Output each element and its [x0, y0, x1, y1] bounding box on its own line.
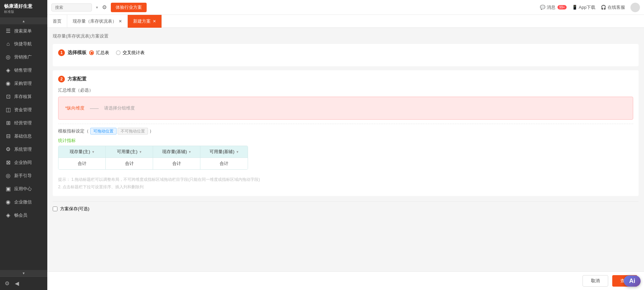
quick-nav-icon: ⌂ — [5, 41, 11, 47]
col-dropdown-icon-0[interactable]: ▾ — [92, 150, 94, 154]
sidebar-scroll-down[interactable]: ▼ — [0, 270, 47, 276]
stats-col-header-label-2: 现存量(基辅) — [162, 149, 187, 155]
dimension-placeholder: 请选择分组维度 — [104, 105, 135, 111]
tab-new-scheme[interactable]: 新建方案 ✕ — [128, 15, 162, 28]
purchase-icon: ◉ — [5, 80, 11, 87]
sidebar-item-label: 采购管理 — [14, 80, 32, 87]
stats-col-header-1[interactable]: 可用量(主) ▾ — [106, 146, 153, 158]
action-bar: 取消 查询 — [47, 271, 644, 290]
stats-col-header-0[interactable]: 现存量(主) ▾ — [58, 146, 105, 158]
stats-col-header-3[interactable]: 可用量(基辅) ▾ — [200, 146, 248, 158]
tab-home-label: 首页 — [53, 18, 61, 24]
online-service-item[interactable]: 🎧 在线客服 — [601, 4, 625, 10]
sidebar: 畅康通好生意 标准版 ▲ ☰ 搜索菜单 ⌂ 快捷导航 ◎ 营销推广 ◈ 销售管理… — [0, 0, 47, 290]
stats-col-body-1: 合计 — [106, 158, 153, 169]
sidebar-item-system[interactable]: ⚙ 系统管理 — [0, 143, 47, 156]
operations-icon: ⊞ — [5, 120, 11, 126]
message-item[interactable]: 💬 消息 99+ — [540, 4, 567, 10]
tab-inventory-status-close-icon[interactable]: ✕ — [119, 19, 122, 24]
col-dropdown-icon-1[interactable]: ▾ — [140, 150, 142, 154]
sidebar-item-marketing[interactable]: ◎ 营销推广 — [0, 50, 47, 64]
dimension-box[interactable]: *纵向维度 —— 请选择分组维度 — [58, 97, 633, 120]
message-badge: 99+ — [558, 5, 567, 9]
sales-icon: ◈ — [5, 67, 11, 73]
search-chevron-icon[interactable]: ▾ — [96, 5, 98, 10]
sidebar-item-purchase[interactable]: ◉ 采购管理 — [0, 77, 47, 90]
search-input[interactable] — [51, 3, 92, 11]
avatar[interactable] — [630, 3, 640, 12]
message-icon: 💬 — [540, 5, 545, 10]
sidebar-item-quick-nav[interactable]: ⌂ 快捷导航 — [0, 38, 47, 50]
inventory-icon: ⊡ — [5, 93, 11, 100]
section-divider — [58, 124, 633, 124]
sidebar-item-label: 营销推广 — [14, 54, 32, 60]
sidebar-item-company[interactable]: ⊠ 企业协同 — [0, 156, 47, 169]
topbar: ▾ ⚙ 体验行业方案 💬 消息 99+ 📱 App下载 🎧 在线客服 — [47, 0, 644, 15]
template-radio-group: 汇总表 交叉统计表 — [89, 50, 145, 56]
tab-inventory-status[interactable]: 现存量（库存状况表） ✕ — [67, 15, 128, 28]
app-subtitle: 标准版 — [4, 9, 43, 14]
experience-btn[interactable]: 体验行业方案 — [111, 3, 147, 12]
step1-title: 选择模板 — [68, 50, 86, 56]
sidebar-item-label: 库存核算 — [14, 94, 32, 100]
sidebar-item-inventory[interactable]: ⊡ 库存核算 — [0, 90, 47, 103]
page-title: 现存量(库存状况表)方案设置 — [53, 33, 639, 39]
step2-title: 方案配置 — [68, 76, 86, 82]
save-scheme-checkbox[interactable] — [53, 207, 57, 211]
cancel-button[interactable]: 取消 — [583, 275, 608, 287]
dimension-label: 汇总维度（必选） — [58, 87, 633, 93]
sidebar-item-app-center[interactable]: ▣ 应用中心 — [0, 182, 47, 195]
app-logo: 畅康通好生意 标准版 — [0, 0, 47, 18]
app-center-icon: ▣ — [5, 186, 11, 192]
sidebar-item-label: 企业协同 — [14, 160, 32, 166]
sidebar-footer: ⚙ ◀ — [0, 276, 47, 290]
draggable-badge: 可拖动位置 — [90, 128, 117, 135]
sidebar-item-basic-info[interactable]: ⊟ 基础信息 — [0, 129, 47, 143]
sidebar-item-label: 企业微信 — [14, 199, 32, 205]
sidebar-item-finance[interactable]: ◫ 资金管理 — [0, 103, 47, 116]
ai-float-button[interactable]: Ai — [624, 275, 641, 287]
tab-inventory-status-label: 现存量（库存状况表） — [73, 18, 117, 24]
col-dropdown-icon-3[interactable]: ▾ — [237, 150, 239, 154]
stats-col-header-2[interactable]: 现存量(基辅) ▾ — [153, 146, 200, 158]
save-scheme-label: 方案保存(可选) — [60, 206, 90, 212]
settings-gear-icon[interactable]: ⚙ — [102, 4, 107, 10]
sidebar-item-label: 经营管理 — [14, 120, 32, 126]
finance-icon: ◫ — [5, 106, 11, 113]
main-area: ▾ ⚙ 体验行业方案 💬 消息 99+ 📱 App下载 🎧 在线客服 首页 — [47, 0, 644, 290]
sidebar-item-operations[interactable]: ⊞ 经营管理 — [0, 116, 47, 129]
radio-cross[interactable]: 交叉统计表 — [116, 50, 145, 56]
radio-summary[interactable]: 汇总表 — [89, 50, 109, 56]
stats-col-header-label-3: 可用量(基辅) — [209, 149, 234, 155]
sidebar-scroll-up[interactable]: ▲ — [0, 18, 47, 24]
settings-icon[interactable]: ⚙ — [5, 280, 9, 287]
sidebar-item-label: 系统管理 — [14, 146, 32, 152]
message-label: 消息 — [547, 4, 555, 10]
dimension-dash: —— — [90, 106, 99, 111]
tab-home[interactable]: 首页 — [47, 15, 67, 28]
app-download-icon: 📱 — [572, 5, 577, 10]
sidebar-item-search-menu[interactable]: ☰ 搜索菜单 — [0, 24, 47, 38]
sidebar-item-vip[interactable]: ◈ 畅会员 — [0, 209, 47, 222]
app-title: 畅康通好生意 — [4, 3, 43, 9]
hint-line-2: 2. 点击标题栏下拉可设置排序、插入列和删除列 — [58, 184, 633, 191]
step2-section: 2 方案配置 汇总维度（必选） *纵向维度 —— 请选择分组维度 模板指标设定（… — [53, 70, 639, 196]
wechat-icon: ◉ — [5, 199, 11, 205]
col-dropdown-icon-2[interactable]: ▾ — [189, 150, 191, 154]
sidebar-item-label: 资金管理 — [14, 107, 32, 113]
sidebar-item-label: 快捷导航 — [14, 41, 32, 47]
hint-line-1: 提示： 1.拖动标题栏可以调整布局，不可跨维度或指标区域拖动栏目字段(只能在同一… — [58, 176, 633, 184]
sidebar-item-sales[interactable]: ◈ 销售管理 — [0, 64, 47, 77]
sidebar-item-wechat[interactable]: ◉ 企业微信 — [0, 195, 47, 209]
app-download-item[interactable]: 📱 App下载 — [572, 4, 595, 10]
hint-section: 提示： 1.拖动标题栏可以调整布局，不可跨维度或指标区域拖动栏目字段(只能在同一… — [58, 176, 633, 191]
tab-new-scheme-close-icon[interactable]: ✕ — [153, 19, 156, 24]
sidebar-item-newbie[interactable]: ◎ 新手引导 — [0, 169, 47, 182]
stats-col-body-0: 合计 — [58, 158, 105, 169]
sound-icon[interactable]: ◀ — [15, 280, 19, 287]
save-row: 方案保存(可选) — [53, 201, 639, 216]
basic-info-icon: ⊟ — [5, 133, 11, 139]
step1-header: 1 选择模板 汇总表 交叉统计表 — [58, 49, 633, 56]
search-menu-icon: ☰ — [5, 28, 11, 34]
radio-cross-circle — [116, 50, 121, 55]
